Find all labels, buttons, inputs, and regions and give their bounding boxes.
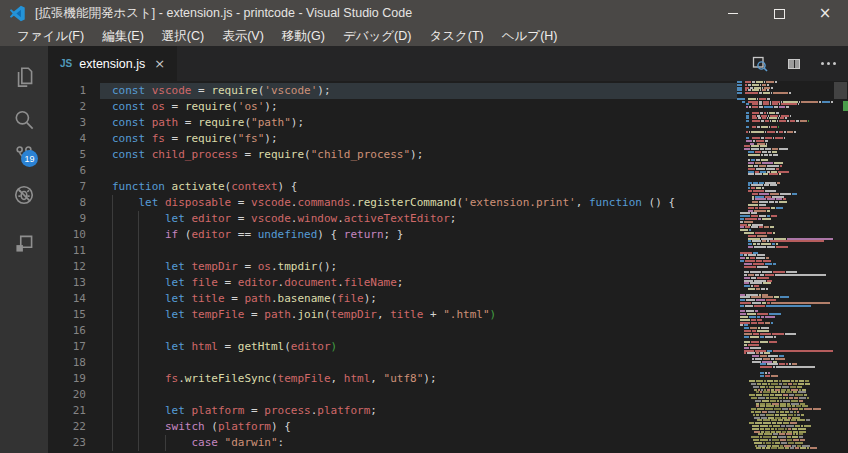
minimap-row [737,249,833,251]
line-number: 4 [48,131,86,147]
code-token: ( [271,372,278,385]
code-line[interactable]: 12 let tempDir = os.tmpdir(); [48,259,737,275]
code-token: ) { [278,180,298,193]
code-token: tmpdir [278,260,318,273]
code-line[interactable]: 9 let editor = vscode.window.activeTextE… [48,211,737,227]
code-token: 'extension.print' [463,196,576,209]
code-token: editor [238,276,278,289]
minimap-row [737,316,833,318]
code-line[interactable]: 21 let platform = process.platform; [48,403,737,419]
code-editor[interactable]: 1const vscode = require('vscode');2const… [48,81,737,453]
code-line[interactable]: 13 let file = editor.document.fileName; [48,275,737,291]
code-token: ) { [317,228,344,241]
code-line[interactable]: 23 case "darwin": [48,435,737,451]
code-line[interactable]: 5const child_process = require("child_pr… [48,147,737,163]
code-line[interactable]: 3const path = require("path"); [48,115,737,131]
code-line[interactable]: 6 [48,163,737,179]
code-line[interactable]: 15 let tempFile = path.join(tempDir, tit… [48,307,737,323]
code-token: ); [317,84,330,97]
code-line[interactable]: 20 [48,387,737,403]
minimap-row [737,254,833,256]
code-token: "utf8" [384,372,424,385]
code-line[interactable]: 19 fs.writeFileSync(tempFile, html, "utf… [48,371,737,387]
line-number: 14 [48,291,86,307]
menu-item-selection[interactable]: 選択(C) [153,28,213,45]
code-token: = [165,132,185,145]
minimap-row [737,87,833,89]
code-line[interactable]: 8 let disposable = vscode.commands.regis… [48,195,737,211]
code-token: ); [410,148,423,161]
menu-item-edit[interactable]: 編集(E) [93,28,153,45]
code-line[interactable]: 22 switch (platform) { [48,419,737,435]
code-line[interactable]: 11 [48,243,737,259]
menu-item-go[interactable]: 移動(G) [273,28,334,45]
minimap-row [737,369,833,371]
code-line[interactable]: 2const os = require('os'); [48,99,737,115]
code-line[interactable]: 18 [48,355,737,371]
split-editor-button[interactable] [784,54,804,74]
close-button[interactable]: × [802,0,848,27]
code-line[interactable]: 16 [48,323,737,339]
menu-item-debug[interactable]: デバッグ(D) [334,28,421,45]
code-token: path [244,292,271,305]
minimap-row [737,193,833,195]
menu-item-help[interactable]: ヘルプ(H) [493,28,567,45]
code-token: ); [423,372,436,385]
git-added-marker [843,101,848,111]
code-line[interactable]: 4const fs = require("fs"); [48,131,737,147]
code-token [218,436,225,449]
minimap-row [737,352,833,354]
code-token [112,260,165,273]
minimap-row [737,95,833,97]
code-line[interactable]: 17 let html = getHtml(editor) [48,339,737,355]
overview-ruler[interactable] [833,81,848,453]
sidebar-item-extensions[interactable] [0,224,48,264]
tab-extension-js[interactable]: JS extension.js × [48,46,177,81]
code-token: html [191,340,218,353]
code-token: , [331,372,344,385]
minimap[interactable] [737,81,833,453]
minimap-row [737,327,833,329]
minimap-row [737,126,833,128]
minimap-row [737,154,833,156]
more-actions-button[interactable] [818,54,838,74]
minimap-row [737,235,833,237]
minimap-row [737,386,833,388]
ellipsis-icon [821,62,836,65]
line-number: 11 [48,243,86,259]
code-token: require [198,116,244,129]
code-token [112,228,165,241]
minimap-row [737,274,833,276]
code-line[interactable]: 7function activate(context) { [48,179,737,195]
code-token: 'os' [238,100,265,113]
menu-item-file[interactable]: ファイル(F) [8,28,93,45]
menu-item-view[interactable]: 表示(V) [213,28,273,45]
code-line[interactable]: 1const vscode = require('vscode'); [48,83,737,99]
minimap-row [737,431,833,433]
minimap-row [737,350,833,352]
menu-item-tasks[interactable]: タスク(T) [420,28,492,45]
open-preview-button[interactable] [750,54,770,74]
code-line[interactable]: 10 if (editor == undefined) { return; } [48,227,737,243]
minimap-row [737,243,833,245]
sidebar-item-debug[interactable] [0,175,48,215]
tab-close-icon[interactable]: × [154,56,165,71]
maximize-button[interactable] [756,0,802,27]
code-token: const [112,84,145,97]
code-token: ( [231,100,238,113]
minimap-row [737,159,833,161]
code-token: const [112,148,145,161]
code-line[interactable]: 14 let title = path.basename(file); [48,291,737,307]
minimap-row [737,218,833,220]
scrollbar-thumb[interactable] [834,82,847,99]
minimap-row [737,145,833,147]
minimap-row [737,347,833,349]
minimize-button[interactable] [710,0,756,27]
sidebar-item-search[interactable] [0,100,48,140]
minimap-row [737,101,833,103]
minimap-row [737,81,833,83]
code-token: undefined [258,228,318,241]
minimap-row [737,319,833,321]
sidebar-item-explorer[interactable] [0,58,48,98]
minimap-row [737,380,833,382]
